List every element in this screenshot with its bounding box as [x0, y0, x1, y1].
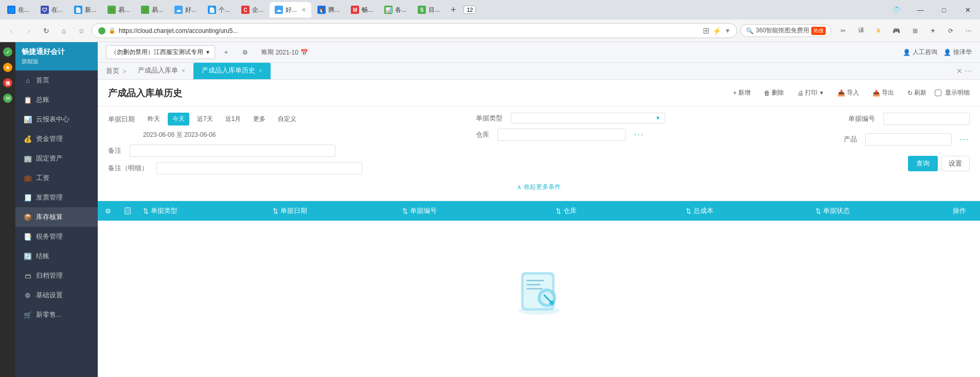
- query-button[interactable]: 查询: [908, 156, 938, 171]
- bookmark-button[interactable]: ☆: [74, 24, 88, 38]
- add-company-button[interactable]: +: [219, 46, 233, 59]
- th-gear[interactable]: ⚙: [98, 202, 118, 220]
- app-icon-home[interactable]: ✓: [1, 45, 14, 59]
- tab-counter[interactable]: 12: [464, 6, 476, 14]
- app-icon-weibo[interactable]: 微: [1, 76, 14, 89]
- product-input[interactable]: [865, 133, 952, 146]
- lightning-icon[interactable]: ⚡: [712, 27, 721, 35]
- translate-icon[interactable]: 译: [854, 24, 868, 37]
- th-warehouse[interactable]: ⇅ 仓库: [549, 201, 679, 221]
- date-last7-btn[interactable]: 近7天: [192, 113, 218, 125]
- dropdown-arrow[interactable]: ▼: [724, 27, 730, 34]
- delete-button[interactable]: 🗑 删除: [759, 86, 789, 100]
- minimize-button[interactable]: —: [910, 0, 931, 20]
- search-box[interactable]: 🔍 360智能抠图免费用 热搜: [740, 24, 831, 37]
- forward-button[interactable]: ›: [22, 24, 36, 38]
- voucher-type-select[interactable]: ▼: [511, 113, 665, 123]
- consult-button[interactable]: 👤 人工咨询: [903, 48, 937, 57]
- tab-3[interactable]: 📄 新...: [69, 2, 101, 17]
- more-menu[interactable]: ⋯: [961, 25, 976, 37]
- tab-4[interactable]: 🌿 易...: [102, 2, 135, 17]
- grid-icon[interactable]: ⊞: [703, 26, 709, 35]
- voucher-no-input[interactable]: [883, 113, 970, 125]
- grid2-icon[interactable]: ⊞: [908, 25, 922, 37]
- settings-button[interactable]: 设置: [941, 156, 970, 171]
- remark-input[interactable]: [130, 145, 335, 157]
- import-button[interactable]: 📥 导入: [832, 86, 864, 100]
- tab-current-close[interactable]: ×: [259, 67, 262, 74]
- user-profile[interactable]: 👤 徐泽华: [943, 48, 972, 57]
- tab-5[interactable]: 🌿 易...: [136, 2, 168, 17]
- date-today-btn[interactable]: 今天: [168, 113, 189, 125]
- collapse-filters-button[interactable]: ∧ 收起更多条件: [108, 179, 970, 194]
- th-status[interactable]: ⇅ 单据状态: [809, 201, 939, 221]
- sidebar-item-fixed-assets[interactable]: 🏢 固定资产: [15, 149, 98, 168]
- th-checkbox[interactable]: [118, 202, 137, 220]
- page-more-button[interactable]: ⋯: [965, 67, 972, 75]
- game-icon[interactable]: 🎮: [888, 25, 904, 37]
- sidebar-item-new-retail[interactable]: 🛒 新零售...: [15, 305, 98, 325]
- date-last-month-btn[interactable]: 近1月: [221, 113, 246, 125]
- export-button[interactable]: 📤 导出: [867, 86, 899, 100]
- tab-7[interactable]: 📄 个...: [203, 2, 235, 17]
- tab-parent-close[interactable]: ×: [182, 67, 185, 74]
- sidebar-item-fund[interactable]: 💰 资金管理: [15, 129, 98, 149]
- sidebar-item-home[interactable]: ⌂ 首页: [15, 70, 98, 90]
- yuan-icon[interactable]: ¥: [872, 25, 884, 37]
- rotate-icon[interactable]: ⟳: [944, 25, 957, 37]
- sidebar-item-salary[interactable]: 💼 工资: [15, 168, 98, 188]
- maximize-button[interactable]: □: [934, 0, 954, 20]
- scissors-icon[interactable]: ✂: [836, 25, 850, 37]
- sidebar-item-archive[interactable]: 🗃 归档管理: [15, 266, 98, 285]
- tab-11[interactable]: M 畅...: [346, 2, 378, 17]
- tab-2[interactable]: 🛡 在...: [35, 2, 68, 17]
- show-columns-button[interactable]: 显示明细: [935, 88, 970, 97]
- add-button[interactable]: + 新增: [728, 86, 756, 100]
- tab-6[interactable]: ☁ 好...: [169, 2, 202, 17]
- th-voucher-date[interactable]: ⇅ 单据日期: [266, 201, 396, 221]
- date-more-btn[interactable]: 更多: [248, 113, 270, 125]
- shirt-icon[interactable]: 👕: [886, 0, 907, 20]
- print-button[interactable]: 🖨 打印 ▼: [792, 86, 829, 100]
- sidebar-item-cloud-report[interactable]: 📊 云报表中心: [15, 110, 98, 129]
- breadcrumb-home[interactable]: 首页: [106, 66, 119, 76]
- date-custom-btn[interactable]: 自定义: [273, 113, 301, 125]
- tab-1[interactable]: 🌐 在...: [2, 2, 34, 17]
- tab-parent-voucher[interactable]: 产成品入库单 ×: [130, 63, 193, 79]
- tab-8[interactable]: C 企...: [236, 2, 269, 17]
- sidebar-item-checkout[interactable]: 🔄 结账: [15, 246, 98, 266]
- th-total-cost[interactable]: ⇅ 总成本: [680, 201, 809, 221]
- back-button[interactable]: ‹: [4, 24, 19, 38]
- page-close-button[interactable]: ✕: [956, 67, 963, 75]
- new-tab-button[interactable]: +: [446, 3, 460, 17]
- tab-9-active[interactable]: ☁ 好... ✕: [270, 2, 311, 17]
- close-button[interactable]: ✕: [957, 0, 978, 20]
- th-voucher-no[interactable]: ⇅ 单据编号: [396, 201, 549, 221]
- sun-icon[interactable]: ☀: [926, 25, 940, 37]
- tab-9-close[interactable]: ✕: [301, 7, 306, 13]
- date-yesterday-btn[interactable]: 昨天: [143, 113, 165, 125]
- refresh-button[interactable]: ↻: [39, 24, 54, 38]
- calendar-icon[interactable]: 📅: [300, 49, 308, 56]
- warehouse-input[interactable]: [497, 129, 626, 141]
- remark-detail-input[interactable]: [156, 162, 362, 174]
- warehouse-dots[interactable]: ···: [634, 130, 644, 139]
- th-voucher-type[interactable]: ⇅ 单据类型: [137, 201, 266, 221]
- tab-10[interactable]: 🐧 腾...: [312, 2, 345, 17]
- company-selector[interactable]: （勿删勿禁用）江西服宝测试专用 ▼: [106, 45, 215, 59]
- app-icon-star[interactable]: ★: [1, 61, 14, 74]
- tab-13[interactable]: S 目...: [413, 2, 445, 17]
- home-button[interactable]: ⌂: [57, 24, 71, 38]
- sidebar-item-tax[interactable]: 📑 税务管理: [15, 227, 98, 246]
- url-bar[interactable]: 🔒 https://cloud.chanjet.com/accounting/u…: [92, 23, 737, 38]
- tab-current-voucher-history[interactable]: 产成品入库单历史 ×: [193, 63, 271, 79]
- product-dots[interactable]: ···: [960, 135, 970, 144]
- show-columns-checkbox[interactable]: [935, 89, 941, 96]
- refresh-button[interactable]: ↻ 刷新: [902, 86, 932, 100]
- sidebar-item-invoice[interactable]: 🧾 发票管理: [15, 188, 98, 207]
- sidebar-item-base-settings[interactable]: ⚙ 基础设置: [15, 285, 98, 305]
- select-all-checkbox[interactable]: [124, 207, 131, 214]
- tab-12[interactable]: 📊 各...: [379, 2, 412, 17]
- sidebar-item-ledger[interactable]: 📋 总账: [15, 90, 98, 110]
- company-settings-button[interactable]: ⚙: [237, 46, 253, 59]
